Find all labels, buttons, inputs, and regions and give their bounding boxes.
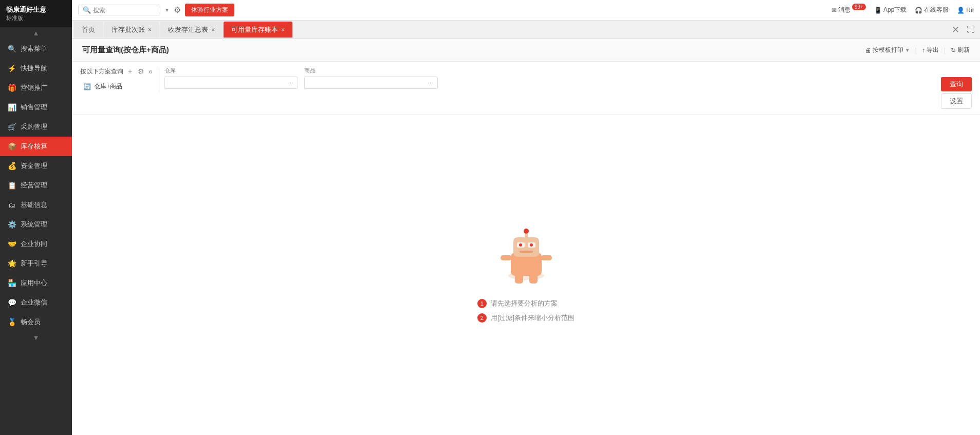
chart-icon: 📊	[7, 103, 16, 111]
scheme-add-button[interactable]: ＋	[125, 67, 135, 76]
sidebar-item-wechat[interactable]: 💬 企业微信	[0, 293, 72, 312]
tab-recv-summary[interactable]: 收发存汇总表 ×	[160, 22, 223, 37]
export-icon: ↑	[922, 47, 925, 54]
folder-icon: 🗂	[7, 201, 16, 209]
sidebar-item-label: 库存核算	[21, 142, 47, 151]
sidebar-item-label: 销售管理	[21, 103, 47, 112]
topbar-right: ✉ 消息 99+ 📱 App下载 🎧 在线客服 👤 Rit	[831, 6, 974, 14]
refresh-icon: ↻	[951, 47, 956, 54]
scheme-label: 按以下方案查询	[80, 67, 123, 76]
warehouse-more-icon[interactable]: ···	[288, 79, 293, 86]
app-download-button[interactable]: 📱 App下载	[874, 6, 907, 14]
warehouse-input-box[interactable]: ···	[164, 77, 298, 89]
tab-expand-icon[interactable]: ⛶	[964, 25, 978, 34]
svg-rect-10	[501, 255, 512, 260]
tip-2-text: 用[过滤]条件来缩小分析范围	[491, 313, 575, 323]
search-chevron-icon[interactable]: ▼	[164, 7, 170, 13]
tip-num-1: 1	[477, 299, 487, 308]
sidebar-item-inventory[interactable]: 📦 库存核算	[0, 137, 72, 156]
search-input[interactable]	[93, 7, 144, 14]
tab-avail-close-icon[interactable]: ×	[281, 26, 285, 33]
sidebar-scroll-down[interactable]: ▼	[0, 332, 72, 344]
topbar-search-box: 🔍	[78, 5, 160, 15]
goods-more-icon[interactable]: ···	[428, 79, 433, 86]
scheme-collapse-button[interactable]: «	[147, 67, 154, 75]
message-button[interactable]: ✉ 消息 99+	[831, 6, 866, 14]
warehouse-input[interactable]	[169, 79, 288, 86]
scheme-warehouse-goods[interactable]: 🔄 仓库+商品	[80, 80, 154, 93]
user-avatar[interactable]: 👤 Rit	[957, 7, 974, 14]
tab-batch-close-icon[interactable]: ×	[148, 26, 152, 33]
goods-filter: 商品 ···	[304, 67, 438, 89]
store-icon: 🏪	[7, 279, 16, 287]
clipboard-icon: 📋	[7, 181, 16, 190]
sidebar-item-operations[interactable]: 📋 经营管理	[0, 176, 72, 195]
scheme-settings-button[interactable]: ⚙	[137, 67, 145, 75]
sidebar-item-purchase[interactable]: 🛒 采购管理	[0, 117, 72, 137]
sidebar-item-shortcut[interactable]: ⚡ 快捷导航	[0, 59, 72, 78]
warehouse-filter: 仓库 ···	[164, 67, 298, 89]
print-icon: 🖨	[865, 47, 871, 54]
filter-row: 仓库 ··· 商品 ···	[164, 67, 936, 89]
sidebar-item-system[interactable]: ⚙️ 系统管理	[0, 215, 72, 234]
query-panel: 按以下方案查询 ＋ ⚙ « 🔄 仓库+商品 仓库 ···	[72, 62, 980, 115]
print-chevron-icon: ▼	[905, 47, 910, 53]
sidebar-item-label: 新手引导	[21, 259, 47, 268]
sidebar-item-new-guide[interactable]: 🌟 新手引导	[0, 254, 72, 273]
page-actions: 🖨 按模板打印 ▼ | ↑ 导出 | ↻ 刷新	[865, 46, 970, 54]
sidebar-item-label: 企业协同	[21, 239, 47, 249]
online-service-label: 在线客服	[924, 6, 949, 14]
gear-settings-icon[interactable]: ⚙	[174, 5, 181, 15]
query-scheme-header: 按以下方案查询 ＋ ⚙ «	[80, 67, 154, 76]
app-name: 畅康通好生意	[6, 5, 66, 14]
tab-avail-qty[interactable]: 可用量库存账本 ×	[224, 22, 292, 37]
handshake-icon: 🤝	[7, 240, 16, 248]
search-icon: 🔍	[7, 45, 16, 53]
sidebar-item-label: 畅会员	[21, 317, 41, 327]
query-scheme-panel: 按以下方案查询 ＋ ⚙ « 🔄 仓库+商品	[80, 67, 159, 93]
box-icon: 📦	[7, 142, 16, 150]
username-label: Rit	[966, 7, 974, 14]
goods-input-box[interactable]: ···	[304, 77, 438, 89]
sidebar-item-base-info[interactable]: 🗂 基础信息	[0, 195, 72, 215]
print-label: 按模板打印	[873, 46, 903, 54]
sidebar-item-sales[interactable]: 📊 销售管理	[0, 98, 72, 117]
print-button[interactable]: 🖨 按模板打印 ▼	[865, 46, 910, 54]
tab-home[interactable]: 首页	[74, 22, 103, 37]
svg-point-5	[519, 243, 522, 247]
sidebar-item-label: 搜索菜单	[21, 44, 47, 53]
svg-rect-2	[513, 237, 539, 257]
svg-point-6	[530, 243, 533, 247]
scheme-item-label: 仓库+商品	[94, 82, 122, 91]
tab-recv-label: 收发存汇总表	[168, 25, 208, 34]
sidebar-item-member[interactable]: 🏅 畅会员	[0, 312, 72, 332]
sidebar-item-finance[interactable]: 💰 资金管理	[0, 156, 72, 176]
cart-icon: 🛒	[7, 123, 16, 131]
sidebar-item-search[interactable]: 🔍 搜索菜单	[0, 39, 72, 59]
page-header: 可用量查询(按仓库+商品) 🖨 按模板打印 ▼ | ↑ 导出 | ↻ 刷新	[72, 39, 980, 62]
settings-button[interactable]: 设置	[941, 93, 972, 109]
sidebar-item-cooperation[interactable]: 🤝 企业协同	[0, 234, 72, 254]
sidebar-item-label: 应用中心	[21, 278, 47, 288]
money-icon: 💰	[7, 162, 16, 170]
sidebar-scroll-up[interactable]: ▲	[0, 27, 72, 39]
tab-batch-label: 库存批次账	[112, 25, 145, 34]
goods-input[interactable]	[309, 79, 428, 86]
sidebar-item-marketing[interactable]: 🎁 营销推广	[0, 78, 72, 98]
export-button[interactable]: ↑ 导出	[922, 46, 939, 54]
svg-rect-7	[520, 251, 533, 253]
online-service-button[interactable]: 🎧 在线客服	[915, 6, 949, 14]
refresh-button[interactable]: ↻ 刷新	[951, 46, 970, 54]
tab-batch-account[interactable]: 库存批次账 ×	[104, 22, 159, 37]
query-button[interactable]: 查询	[941, 77, 972, 91]
tip-1-text: 请先选择要分析的方案	[491, 299, 558, 308]
tab-recv-close-icon[interactable]: ×	[211, 26, 215, 33]
empty-illustration	[495, 227, 557, 289]
tab-avail-label: 可用量库存账本	[231, 25, 278, 34]
sidebar-item-label: 快捷导航	[21, 64, 47, 73]
wechat-icon: 💬	[7, 298, 16, 307]
industry-solution-button[interactable]: 体验行业方案	[185, 4, 234, 16]
tab-close-button[interactable]: ✕	[948, 24, 964, 35]
app-download-label: App下载	[883, 6, 907, 14]
sidebar-item-app-center[interactable]: 🏪 应用中心	[0, 273, 72, 293]
